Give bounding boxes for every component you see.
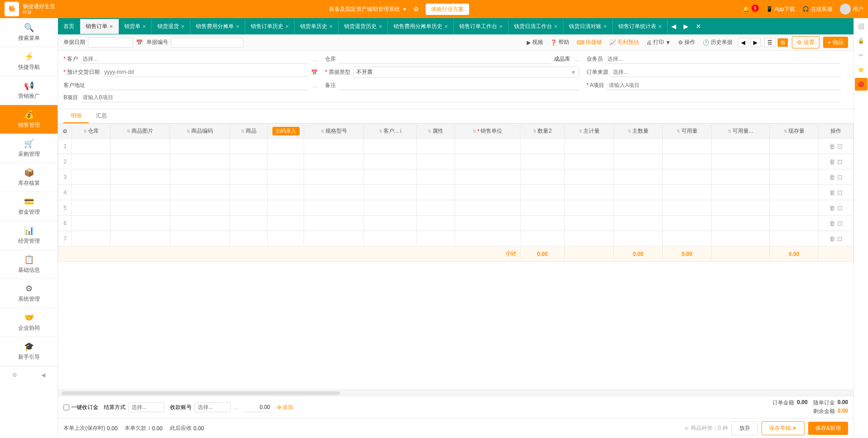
tab-next-btn[interactable]: ▶ bbox=[680, 21, 692, 32]
delivery-calendar-icon[interactable]: 📅 bbox=[311, 69, 318, 76]
copy-icon[interactable]: ⊡ bbox=[837, 173, 843, 181]
th-unit[interactable]: ⇅*销售单位 bbox=[455, 124, 520, 139]
tab-expense-hist[interactable]: 销售费用分摊单历史 ✕ bbox=[388, 19, 454, 34]
row-2-custcode[interactable] bbox=[364, 154, 417, 169]
warehouse-more-icon[interactable]: … bbox=[574, 56, 579, 63]
sidebar-item-guide[interactable]: 🎓 新手引导 bbox=[0, 337, 58, 366]
copy-icon[interactable]: ⊡ bbox=[837, 143, 843, 150]
tab-sales-workbench[interactable]: 销售订单工作台 ✕ bbox=[454, 19, 509, 34]
right-panel-btn-orange[interactable]: 🔴 bbox=[855, 78, 868, 91]
customer-input[interactable] bbox=[81, 54, 309, 64]
message-btn[interactable]: 🔔 9 bbox=[743, 5, 759, 13]
row-1-mainqty[interactable] bbox=[614, 139, 663, 154]
customer-more-icon[interactable]: … bbox=[312, 56, 318, 63]
row-1-image[interactable] bbox=[110, 139, 170, 154]
row-2-warehouse[interactable] bbox=[72, 154, 111, 169]
th-stock[interactable]: ⇅现存量 bbox=[770, 124, 819, 139]
tab-sales-order-hist[interactable]: 销售订单历史 ✕ bbox=[245, 19, 295, 34]
row-1-attr[interactable] bbox=[417, 139, 455, 154]
row-3-product[interactable] bbox=[229, 169, 268, 185]
row-3-mainunit[interactable] bbox=[565, 169, 614, 185]
address-more-icon[interactable]: … bbox=[312, 82, 318, 89]
right-panel-btn-edit[interactable]: ✏ bbox=[855, 49, 868, 62]
th-customer-code[interactable]: ⇅客户...ℹ bbox=[364, 124, 417, 139]
tab-close-icon-8[interactable]: ✕ bbox=[444, 24, 448, 29]
tab-close-icon-2[interactable]: ✕ bbox=[142, 24, 146, 29]
row-5-warehouse[interactable] bbox=[72, 200, 111, 216]
delete-icon[interactable]: 🗑 bbox=[829, 158, 835, 165]
date-input[interactable]: 2023-03-24 bbox=[88, 38, 133, 48]
remark-input[interactable] bbox=[339, 81, 579, 90]
a-project-input[interactable] bbox=[607, 81, 841, 90]
tab-sales-invoice[interactable]: 销货单 ✕ bbox=[119, 19, 152, 34]
right-panel-btn-1[interactable]: ⬜ bbox=[855, 20, 868, 33]
order-source-input[interactable] bbox=[611, 67, 841, 77]
row-2-attr[interactable] bbox=[417, 154, 455, 169]
operate-btn[interactable]: ⚙ 操作 bbox=[676, 38, 697, 47]
right-panel-btn-star[interactable]: ⭐ bbox=[855, 63, 868, 76]
sidebar-item-finance[interactable]: 💳 资金管理 bbox=[0, 192, 58, 221]
th-main-qty[interactable]: ⇅主数量 bbox=[614, 124, 663, 139]
add-btn[interactable]: ⊕ 添加 bbox=[277, 404, 293, 411]
th-product[interactable]: ⇅商品 bbox=[229, 124, 268, 139]
delete-icon[interactable]: 🗑 bbox=[829, 189, 835, 196]
row-2-product[interactable] bbox=[229, 154, 268, 169]
discard-btn[interactable]: 放弃 bbox=[732, 421, 758, 435]
tab-daily-reconcile[interactable]: 钱货日清对账 ✕ bbox=[563, 19, 613, 34]
row-1-code[interactable] bbox=[170, 139, 230, 154]
tab-daily-clear[interactable]: 钱货日清工作台 ✕ bbox=[509, 19, 563, 34]
sidebar-collapse-btn[interactable]: ⚙ bbox=[10, 370, 19, 380]
row-3-avail[interactable] bbox=[663, 169, 712, 185]
sidebar-item-search[interactable]: 🔍 搜索菜单 bbox=[0, 18, 58, 47]
one-click-label[interactable]: 一键收订金 bbox=[63, 404, 98, 411]
row-2-mainunit[interactable] bbox=[565, 154, 614, 169]
app-download-btn[interactable]: 📱 App下载 bbox=[766, 5, 795, 13]
settings-icon-btn[interactable]: ⚙ bbox=[411, 5, 422, 14]
th-warehouse[interactable]: ⇅仓库 bbox=[72, 124, 111, 139]
tab-close-icon-11[interactable]: ✕ bbox=[603, 24, 607, 29]
tab-prev-btn[interactable]: ◀ bbox=[668, 21, 680, 32]
row-2-qty2[interactable] bbox=[520, 154, 565, 169]
save-draft-dropdown-icon[interactable]: ▼ bbox=[792, 426, 797, 431]
row-1-mainunit[interactable] bbox=[565, 139, 614, 154]
tab-more-btn[interactable]: ✕ bbox=[692, 21, 705, 32]
list-view-btn[interactable]: ☰ bbox=[764, 38, 776, 47]
row-3-avail2[interactable] bbox=[712, 169, 770, 185]
th-image[interactable]: ⇅商品图片 bbox=[110, 124, 170, 139]
row-2-stock[interactable] bbox=[770, 154, 819, 169]
tab-sales-return[interactable]: 销货退货 ✕ bbox=[152, 19, 190, 34]
form-view-btn[interactable]: ⊞ bbox=[777, 38, 788, 47]
th-settings[interactable]: ⚙ bbox=[58, 124, 72, 139]
amount-input[interactable] bbox=[244, 403, 272, 412]
tab-close-icon-4[interactable]: ✕ bbox=[236, 24, 239, 29]
delivery-input[interactable] bbox=[102, 67, 308, 77]
tab-close-icon-5[interactable]: ✕ bbox=[285, 24, 289, 29]
sidebar-item-inventory[interactable]: 📦 库存核算 bbox=[0, 163, 58, 192]
row-2-code[interactable] bbox=[170, 154, 230, 169]
row-2-spec[interactable] bbox=[304, 154, 364, 169]
row-1-qty2[interactable] bbox=[520, 139, 565, 154]
account-input[interactable] bbox=[194, 402, 231, 412]
tab-close-icon-12[interactable]: ✕ bbox=[658, 24, 662, 29]
th-code[interactable]: ⇅商品编码 bbox=[170, 124, 230, 139]
row-7-warehouse[interactable] bbox=[72, 231, 111, 246]
row-3-mainqty[interactable] bbox=[614, 169, 663, 185]
tab-invoice-hist[interactable]: 销货单历史 ✕ bbox=[295, 19, 339, 34]
print-btn[interactable]: 🖨 打印 ▼ bbox=[645, 38, 673, 47]
delete-icon[interactable]: 🗑 bbox=[829, 204, 835, 212]
row-1-warehouse[interactable] bbox=[72, 139, 111, 154]
delete-icon[interactable]: 🗑 bbox=[829, 220, 835, 227]
settlement-input[interactable] bbox=[128, 402, 165, 412]
row-6-warehouse[interactable] bbox=[72, 216, 111, 231]
help-btn[interactable]: ❓ 帮助 bbox=[548, 38, 571, 47]
sidebar-toggle-btn[interactable]: ◀ bbox=[39, 370, 47, 380]
th-qty2[interactable]: ⇅数量2 bbox=[520, 124, 565, 139]
sidebar-item-system[interactable]: ⚙ 系统管理 bbox=[0, 279, 58, 308]
history-btn[interactable]: 🕐 历史单据 bbox=[701, 38, 734, 47]
number-input[interactable]: SO-20230324-001 bbox=[171, 38, 243, 48]
row-3-code[interactable] bbox=[170, 169, 230, 185]
row-1-avail[interactable] bbox=[663, 139, 712, 154]
copy-icon[interactable]: ⊡ bbox=[837, 220, 843, 227]
online-service-btn[interactable]: 🎧 在线客服 bbox=[802, 5, 833, 13]
row-1-unit[interactable] bbox=[455, 139, 520, 154]
